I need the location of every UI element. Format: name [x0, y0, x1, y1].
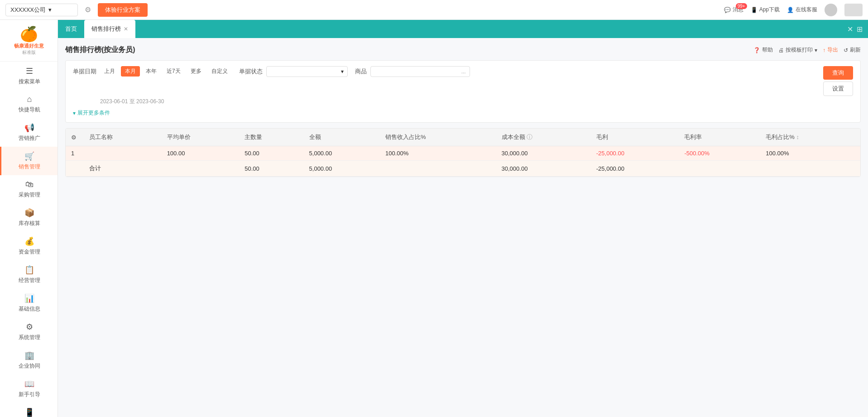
sidebar-item-operations[interactable]: 📋 经营管理: [0, 260, 58, 289]
date-tabs: 上月 本月 本年 近7天 更多 自定义: [100, 66, 232, 77]
date-tab-cur[interactable]: 本月: [121, 66, 140, 77]
setting-button[interactable]: 设置: [823, 81, 853, 96]
cell-amount: 5,000.00: [304, 146, 380, 161]
date-tab-prev[interactable]: 上月: [100, 66, 119, 77]
help-btn[interactable]: ❓ 帮助: [753, 46, 773, 54]
sidebar: 🍊 畅康通好生意 标准版 ☰ 搜索菜单 ⌂ 快捷导航 📢 营销推广 🛒 销售管理…: [0, 20, 58, 417]
message-icon: 💬: [724, 7, 731, 13]
tab-home-label: 首页: [65, 25, 77, 33]
sidebar-item-sales[interactable]: 🛒 销售管理: [0, 147, 58, 175]
online-service-btn[interactable]: 👤 在线客服: [787, 6, 817, 14]
date-filter-label: 单据日期: [73, 67, 96, 76]
sidebar-item-purchase[interactable]: 🛍 采购管理: [0, 175, 58, 203]
tab-sales-rank[interactable]: 销售排行榜 ✕: [84, 20, 135, 38]
home-icon: ⌂: [27, 95, 32, 104]
tab-expand-icon[interactable]: ⊞: [857, 25, 863, 34]
export-btn[interactable]: ↑ 导出: [823, 46, 838, 54]
table-row: 1 100.00 50.00 5,000.00 100.00% 30,000.0…: [66, 146, 860, 161]
avatar[interactable]: [825, 4, 837, 16]
filter-area: 单据日期 上月 本月 本年 近7天 更多 自定义 单据状态: [65, 60, 861, 123]
footer-avg-price: [162, 161, 240, 177]
tab-minimize-icon[interactable]: ✕: [847, 25, 853, 34]
sales-icon: 🛒: [24, 151, 34, 161]
sidebar-item-nav[interactable]: ⌂ 快捷导航: [0, 90, 58, 118]
table-footer-row: 合计 50.00 5,000.00 30,000.00 -25,000.00: [66, 161, 860, 177]
settings-icon[interactable]: ⚙: [71, 134, 77, 141]
sidebar-item-inventory[interactable]: 📦 库存核算: [0, 203, 58, 232]
app-icon: 📱: [751, 7, 758, 13]
tab-home[interactable]: 首页: [58, 20, 84, 38]
query-button[interactable]: 查询: [823, 66, 853, 80]
sidebar-item-basic[interactable]: 📊 基础信息: [0, 289, 58, 317]
main-layout: 🍊 畅康通好生意 标准版 ☰ 搜索菜单 ⌂ 快捷导航 📢 营销推广 🛒 销售管理…: [0, 20, 868, 417]
status-select[interactable]: ▾: [266, 66, 348, 77]
goods-more-icon[interactable]: ...: [461, 68, 466, 75]
sidebar-item-guide[interactable]: 📖 新手引导: [0, 374, 58, 403]
footer-cost: 30,000.00: [496, 161, 591, 177]
tab-bar: 首页 销售排行榜 ✕ ✕ ⊞: [58, 20, 868, 38]
expand-more-btn[interactable]: ▾ 展开更多条件: [73, 109, 853, 117]
sidebar-logo: 🍊 畅康通好生意 标准版: [0, 20, 58, 62]
refresh-btn[interactable]: ↺ 刷新: [844, 46, 861, 54]
footer-gross-rate: [679, 161, 760, 177]
cell-rank: 1: [66, 146, 84, 161]
goods-filter: 商品 ...: [355, 66, 470, 77]
inventory-icon: 📦: [24, 208, 34, 218]
settings-icon[interactable]: ⚙: [82, 4, 94, 16]
date-tab-year[interactable]: 本年: [142, 66, 161, 77]
sidebar-label-finance: 资金管理: [19, 248, 40, 256]
cell-cost: 30,000.00: [496, 146, 591, 161]
gross-pct-help-icon[interactable]: ↕: [796, 134, 799, 140]
logo-sub: 标准版: [22, 49, 36, 56]
trial-button[interactable]: 体验行业方案: [98, 3, 148, 17]
page-actions: ❓ 帮助 🖨 按模板打印 ▾ ↑ 导出 ↺ 刷新: [753, 46, 861, 54]
print-icon: 🖨: [778, 47, 784, 53]
app-download-btn[interactable]: 📱 App下载: [751, 6, 780, 14]
th-amount: 全额: [304, 129, 380, 146]
cell-gross-pct: 100.00%: [760, 146, 860, 161]
export-label: 导出: [827, 46, 838, 54]
logo-text: 畅康通好生意: [14, 43, 44, 49]
status-filter-label: 单据状态: [239, 67, 263, 76]
sidebar-item-marketing[interactable]: 📢 营销推广: [0, 118, 58, 147]
refresh-icon: ↺: [844, 47, 848, 53]
sidebar-label-nav: 快捷导航: [19, 106, 40, 114]
goods-input[interactable]: ...: [370, 66, 470, 77]
purchase-icon: 🛍: [25, 180, 34, 189]
enterprise-icon: 🏢: [24, 350, 34, 360]
cost-help-icon[interactable]: ⓘ: [527, 134, 532, 140]
date-tab-7days[interactable]: 近7天: [163, 66, 185, 77]
sidebar-item-search[interactable]: ☰ 搜索菜单: [0, 62, 58, 90]
cell-name: [84, 146, 162, 161]
sidebar-item-finance[interactable]: 💰 资金管理: [0, 232, 58, 260]
sidebar-item-apps[interactable]: 📱 应用中心: [0, 403, 58, 417]
company-selector[interactable]: XXXXXX公司 ▾: [5, 4, 78, 16]
print-btn[interactable]: 🖨 按模板打印 ▾: [778, 46, 817, 54]
sidebar-item-system[interactable]: ⚙ 系统管理: [0, 317, 58, 346]
cell-sales-pct: 100.00%: [380, 146, 496, 161]
status-filter: 单据状态 ▾: [239, 66, 348, 77]
date-tab-custom[interactable]: 自定义: [207, 66, 232, 77]
service-icon: 👤: [787, 7, 794, 13]
date-tab-more[interactable]: 更多: [187, 66, 206, 77]
table-container: ⚙ 员工名称 平均单价 主数量 全额 销售收入占比% 成本全额 ⓘ 毛利: [65, 128, 861, 177]
system-icon: ⚙: [26, 322, 33, 332]
top-header: XXXXXX公司 ▾ ⚙ 体验行业方案 💬 消息 99+ 📱 App下载 👤 在…: [0, 0, 868, 20]
date-range-text: 2023-06-01 至 2023-06-30: [100, 98, 164, 105]
sidebar-label-search: 搜索菜单: [19, 78, 40, 86]
date-filter: 单据日期 上月 本月 本年 近7天 更多 自定义: [73, 66, 232, 77]
sidebar-label-system: 系统管理: [19, 334, 40, 341]
sidebar-label-sales: 销售管理: [19, 163, 40, 171]
cell-avg-price: 100.00: [162, 146, 240, 161]
footer-gross: -25,000.00: [591, 161, 679, 177]
finance-icon: 💰: [24, 236, 34, 246]
footer-amount: 5,000.00: [304, 161, 380, 177]
logo-icon: 🍊: [20, 25, 38, 43]
sidebar-label-guide: 新手引导: [19, 391, 40, 398]
message-btn[interactable]: 💬 消息 99+: [724, 6, 743, 14]
user-name[interactable]: [844, 4, 863, 16]
operations-icon: 📋: [24, 265, 34, 275]
help-label: 帮助: [762, 46, 773, 54]
sidebar-item-enterprise[interactable]: 🏢 企业协同: [0, 346, 58, 374]
tab-close-icon[interactable]: ✕: [124, 26, 128, 32]
